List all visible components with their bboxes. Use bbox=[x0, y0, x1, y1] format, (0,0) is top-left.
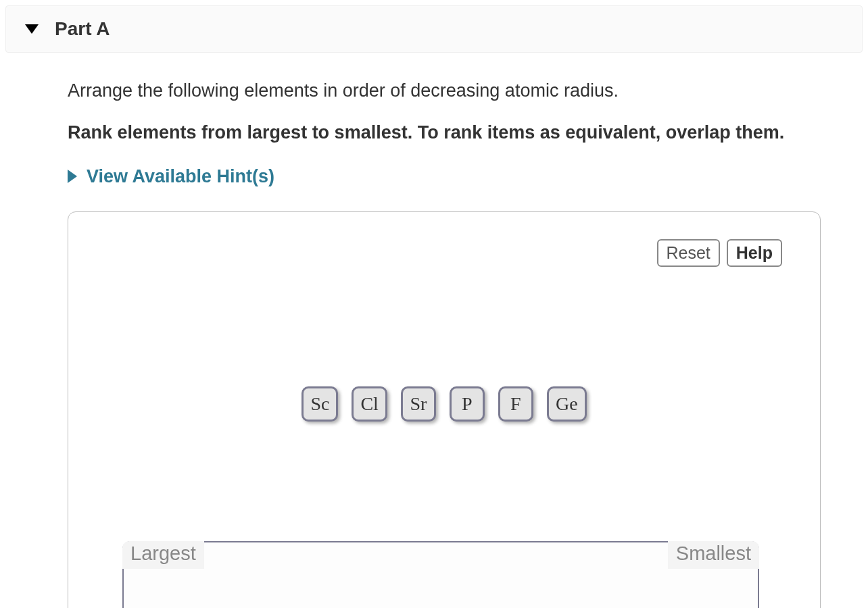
reset-button[interactable]: Reset bbox=[657, 239, 720, 267]
page-container: Part A Arrange the following elements in… bbox=[0, 5, 868, 608]
hint-label: View Available Hint(s) bbox=[87, 166, 274, 187]
ranking-workspace: Reset Help Sc Cl Sr P F Ge Largest Small… bbox=[68, 211, 821, 608]
element-tile[interactable]: Sc bbox=[302, 386, 338, 422]
help-button[interactable]: Help bbox=[727, 239, 782, 267]
part-header[interactable]: Part A bbox=[5, 5, 863, 53]
element-tile[interactable]: Cl bbox=[352, 386, 387, 422]
workspace-toolbar: Reset Help bbox=[657, 239, 783, 267]
element-tiles-row: Sc Cl Sr P F Ge bbox=[68, 386, 820, 422]
view-hints-toggle[interactable]: View Available Hint(s) bbox=[68, 166, 854, 187]
part-title: Part A bbox=[55, 18, 110, 40]
element-tile[interactable]: Ge bbox=[547, 386, 587, 422]
collapse-icon bbox=[25, 24, 39, 34]
dropzone-right-label: Smallest bbox=[668, 541, 759, 569]
question-prompt: Arrange the following elements in order … bbox=[68, 78, 854, 104]
content-area: Arrange the following elements in order … bbox=[0, 58, 868, 608]
expand-icon bbox=[68, 170, 77, 183]
element-tile[interactable]: P bbox=[450, 386, 485, 422]
dropzone-left-label: Largest bbox=[122, 541, 204, 569]
question-instruction: Rank elements from largest to smallest. … bbox=[68, 120, 854, 146]
element-tile[interactable]: Sr bbox=[401, 386, 436, 422]
element-tile[interactable]: F bbox=[498, 386, 533, 422]
ranking-dropzone[interactable]: Largest Smallest bbox=[122, 541, 759, 608]
